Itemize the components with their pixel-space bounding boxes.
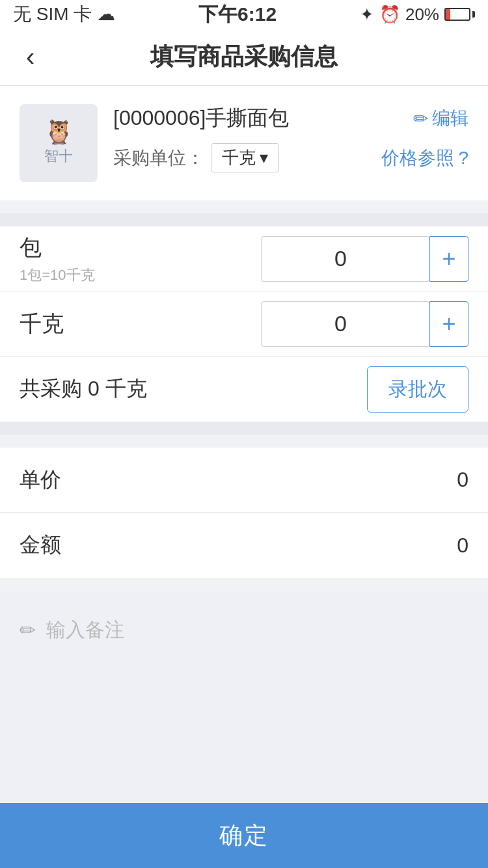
bao-plus-button[interactable]: + [429, 236, 468, 282]
unit-price-label: 单价 [20, 466, 61, 495]
unit-price-value: 0 [457, 468, 468, 492]
unit-select[interactable]: 千克 ▾ [211, 143, 279, 172]
remark-placeholder: 输入备注 [46, 617, 124, 644]
bao-label-sub: 1包=10千克 [20, 265, 111, 285]
section-divider-2 [0, 422, 488, 435]
unit-price-row: 单价 0 [0, 448, 488, 513]
product-header: [0000006]手撕面包 ✏ 编辑 [113, 104, 468, 133]
bao-label-main: 包 [20, 233, 111, 263]
batch-button[interactable]: 录批次 [367, 366, 468, 413]
kg-row: 千克 + [0, 292, 488, 357]
nav-bar: ‹ 填写商品采购信息 [0, 29, 488, 86]
bao-input[interactable] [261, 236, 430, 282]
owl-icon: 🦉 [44, 120, 74, 144]
location-icon: ✦ [360, 5, 374, 25]
status-time: 下午6:12 [198, 1, 277, 28]
battery-percent: 20% [405, 5, 439, 25]
price-ref-button[interactable]: 价格参照 ? [381, 146, 468, 170]
bao-row: 包 1包=10千克 + [0, 226, 488, 292]
amount-value: 0 [457, 534, 468, 558]
pencil-icon: ✏ [20, 619, 36, 642]
unit-value: 千克 [222, 146, 256, 169]
edit-icon: ✏ [413, 108, 428, 129]
unit-label-text: 采购单位： [113, 146, 204, 170]
summary-text: 共采购 0 千克 [20, 375, 147, 403]
section-divider-1 [0, 213, 488, 226]
kg-label-main: 千克 [20, 309, 111, 339]
alarm-icon: ⏰ [379, 5, 400, 25]
amount-row: 金额 0 [0, 513, 488, 578]
price-ref-label: 价格参照 [381, 146, 454, 170]
summary-row: 共采购 0 千克 录批次 [0, 357, 488, 422]
kg-plus-button[interactable]: + [429, 301, 468, 347]
owl-label: 智十 [44, 146, 73, 166]
status-right: ✦ ⏰ 20% [360, 5, 475, 25]
product-card: 🦉 智十 [0000006]手撕面包 ✏ 编辑 采购单位： 千克 ▾ [0, 86, 488, 200]
edit-button[interactable]: ✏ 编辑 [413, 106, 468, 131]
sim-status: 无 SIM 卡 ☁ [13, 2, 115, 27]
page-title: 填写商品采购信息 [150, 41, 338, 73]
kg-input-wrap: + [111, 301, 468, 347]
bao-label: 包 1包=10千克 [20, 233, 111, 285]
edit-label: 编辑 [432, 106, 468, 131]
status-left: 无 SIM 卡 ☁ [13, 2, 115, 27]
back-button[interactable]: ‹ [20, 36, 41, 78]
price-section: 单价 0 金额 0 [0, 448, 488, 578]
amount-label: 金额 [20, 531, 61, 560]
purchase-unit-row: 采购单位： 千克 ▾ 价格参照 ? [113, 143, 468, 172]
confirm-button[interactable]: 确定 [0, 803, 488, 868]
bao-input-wrap: + [111, 236, 468, 282]
chevron-down-icon: ▾ [260, 148, 268, 168]
input-section: 包 1包=10千克 + 千克 + 共采购 0 千克 录批次 [0, 226, 488, 422]
remark-section[interactable]: ✏ 输入备注 [0, 591, 488, 669]
status-bar: 无 SIM 卡 ☁ 下午6:12 ✦ ⏰ 20% [0, 0, 488, 29]
purchase-unit-label: 采购单位： 千克 ▾ [113, 143, 279, 172]
product-image: 🦉 智十 [20, 104, 98, 182]
product-name: [0000006]手撕面包 [113, 104, 289, 133]
kg-label: 千克 [20, 309, 111, 339]
battery-icon [444, 8, 475, 21]
kg-input[interactable] [261, 301, 430, 347]
question-icon: ? [458, 148, 468, 169]
product-info: [0000006]手撕面包 ✏ 编辑 采购单位： 千克 ▾ 价格参照 ? [113, 104, 468, 172]
